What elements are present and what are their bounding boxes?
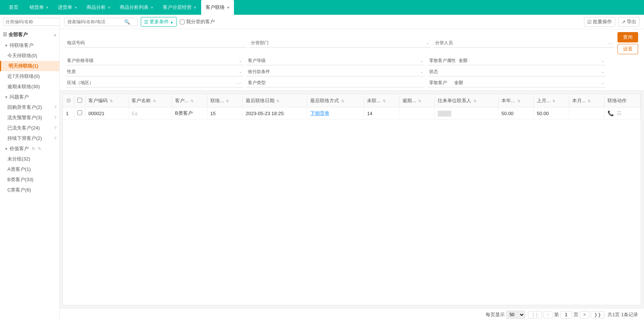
th-last-month-sort[interactable]: ⇅ <box>552 99 555 103</box>
my-customers-checkbox-container[interactable]: 我分管的客户 <box>180 18 215 25</box>
sidebar-search-input[interactable] <box>3 18 60 26</box>
sidebar-item-lost[interactable]: 已流失客户(24) ? <box>0 123 59 133</box>
query-btn[interactable]: 查询 <box>617 32 638 42</box>
bulk-action-label: 批量操作 <box>593 18 612 25</box>
sidebar-item-overdue[interactable]: 逾期未联络(30) <box>0 82 59 92</box>
table-settings-icon[interactable]: ⚙ <box>66 97 71 104</box>
filter-person: 分管人员 ··· <box>434 39 615 48</box>
table-row: 1 000021 Ea B类客户 15 2023-05-23 18:25: 下销… <box>63 107 641 120</box>
problem-arrow: ▼ <box>4 95 8 99</box>
collapse-icon[interactable]: « <box>54 32 56 38</box>
th-settings: ⚙ <box>63 94 74 107</box>
7days-label: 近7天待联络(0) <box>7 73 56 80</box>
nav-customer-contact-close[interactable]: × <box>227 5 229 10</box>
sidebar-item-7days[interactable]: 近7天待联络(0) <box>0 71 59 82</box>
td-type: B类客户 <box>172 107 207 120</box>
th-type: 客户... ⇅ <box>172 94 207 107</box>
nav-customer-contact[interactable]: 客户联络 × <box>201 0 234 15</box>
th-last-method-sort[interactable]: ⇅ <box>341 99 344 103</box>
row-checkbox[interactable] <box>77 110 82 115</box>
action-phone-icon[interactable]: 📞 <box>608 110 614 116</box>
td-contact-count: 15 <box>207 107 242 120</box>
th-contact-person-label: 往来单位联系人 <box>438 98 471 103</box>
value-refresh-icon[interactable]: ↻ <box>32 146 35 151</box>
bulk-action-btn[interactable]: ☑ 批量操作 <box>584 17 615 27</box>
filter-status-arrow: ⌄ <box>601 69 604 74</box>
td-seq: 1 <box>63 107 74 120</box>
filter-row-4: 区域（地区） ··· 客户类型 零散客户 全部 ⌄ <box>66 79 638 87</box>
nav-purchase-close[interactable]: × <box>74 5 77 10</box>
nav-customer-tier[interactable]: 客户分层经营 × <box>158 0 200 15</box>
toolbar-filter-btn[interactable]: ☰ 更多条件 ▲ <box>141 17 177 27</box>
toolbar-search-input[interactable] <box>67 19 123 24</box>
th-this-year-sort[interactable]: ⇅ <box>517 99 520 103</box>
th-contact-person-sort[interactable]: ⇅ <box>473 99 476 103</box>
td-last-method-link[interactable]: 下销货单 <box>310 110 329 116</box>
filter-payment[interactable]: 收付款条件 ⌄ <box>246 68 424 76</box>
nav-customer-tier-close[interactable]: × <box>194 5 196 10</box>
reset-btn[interactable]: 设置 <box>617 44 638 54</box>
nav-product-analysis[interactable]: 商品分析 × <box>82 0 115 15</box>
class-a-label: A类客户(1) <box>7 166 56 173</box>
sidebar-item-tomorrow[interactable]: 明天待联络(1) <box>0 61 59 71</box>
select-all-checkbox[interactable] <box>77 98 82 103</box>
filter-retail-attr-value: 全部 <box>459 58 468 64</box>
th-contact-count-label: 联络... <box>210 98 224 103</box>
sidebar-group-problem[interactable]: ▼ 问题客户 <box>0 92 59 102</box>
nav-sales-close[interactable]: × <box>46 5 48 10</box>
nav-product-analysis-list-close[interactable]: × <box>151 5 153 10</box>
th-last-date-sort[interactable]: ⇅ <box>276 99 279 103</box>
sidebar-item-declining[interactable]: 持续下滑客户(2) ? <box>0 133 59 144</box>
value-edit-icon[interactable]: ✎ <box>38 146 41 151</box>
filter-gender[interactable]: 性质 ⌄ <box>66 68 244 76</box>
nav-home[interactable]: 首页 <box>3 0 24 15</box>
export-btn[interactable]: ↗ 导出 <box>618 17 640 27</box>
sidebar-item-class-a[interactable]: A类客户(1) <box>0 164 59 175</box>
sidebar-item-ungrouped[interactable]: 未分组(32) <box>0 154 59 164</box>
filter-status[interactable]: 状态 ⌄ <box>428 68 606 76</box>
nav-purchase[interactable]: 进货单 × <box>53 0 81 15</box>
filter-dept[interactable]: 分管部门 ⌄ <box>249 39 430 48</box>
th-last-method-label: 最后联络方式 <box>310 98 339 103</box>
page-size-select[interactable]: 10 20 50 100 <box>506 311 525 319</box>
sidebar-item-abnormal[interactable]: 回购异常客户(2) ? <box>0 102 59 113</box>
sidebar-item-class-c[interactable]: C类客户(6) <box>0 185 59 195</box>
toolbar-search-icon[interactable]: 🔍 <box>124 19 130 25</box>
my-customers-checkbox[interactable] <box>180 20 185 24</box>
th-this-month-sort[interactable]: ⇅ <box>588 99 591 103</box>
filter-region-dots[interactable]: ··· <box>237 80 242 86</box>
filter-row-1: 电话号码 分管部门 ⌄ 分管人员 ··· 查询 设置 <box>66 32 638 54</box>
th-overdue-sort[interactable]: ⇅ <box>418 99 421 103</box>
td-last-month: 50.00 <box>534 107 569 120</box>
sidebar-group-value[interactable]: ▼ 价值客户 ↻ ✎ <box>0 144 59 154</box>
th-type-sort[interactable]: ⇅ <box>190 99 193 103</box>
page-last-btn[interactable]: ❭❭ <box>591 311 605 318</box>
page-input[interactable] <box>560 311 572 318</box>
sidebar-item-class-b[interactable]: B类客户(33) <box>0 175 59 185</box>
filter-retail-attr[interactable]: 零散客户属性 全部 ⌄ <box>428 56 606 65</box>
filter-price-level[interactable]: 客户价格等级 ⌄ <box>66 56 244 65</box>
filter-person-label: 分管人员 <box>435 40 457 46</box>
warning-label: 流失预警客户(3) <box>7 114 53 121</box>
filter-person-dots[interactable]: ··· <box>608 40 613 46</box>
filter-customer-level[interactable]: 客户等级 ⌄ <box>246 56 424 65</box>
filter-status-label: 状态 <box>429 69 451 75</box>
th-name-sort[interactable]: ⇅ <box>153 99 156 103</box>
page-prev-btn[interactable]: < <box>543 311 553 318</box>
nav-sales[interactable]: 销货单 × <box>25 0 53 15</box>
sidebar-group-pending[interactable]: ▼ 待联络客户 <box>0 40 59 51</box>
th-uncontacted-sort[interactable]: ⇅ <box>383 99 386 103</box>
action-grid-icon[interactable]: ☷ <box>617 110 622 116</box>
th-code-sort[interactable]: ⇅ <box>110 99 113 103</box>
nav-product-analysis-list[interactable]: 商品分析列表 × <box>115 0 157 15</box>
sidebar-all-customers[interactable]: ☷ 全部客户 « <box>0 29 59 40</box>
page-next-btn[interactable]: > <box>580 311 589 318</box>
td-overdue <box>399 107 435 120</box>
filter-retail-customer[interactable]: 零散客户 全部 ⌄ <box>428 79 606 87</box>
th-uncontacted-label: 未联... <box>367 98 381 103</box>
sidebar-item-warning[interactable]: 流失预警客户(3) ? <box>0 113 59 123</box>
page-first-btn[interactable]: ❭❭ <box>528 311 542 318</box>
sidebar-item-today[interactable]: 今天待联络(0) <box>0 51 59 61</box>
nav-product-analysis-close[interactable]: × <box>108 5 110 10</box>
th-contact-count-sort[interactable]: ⇅ <box>226 99 229 103</box>
